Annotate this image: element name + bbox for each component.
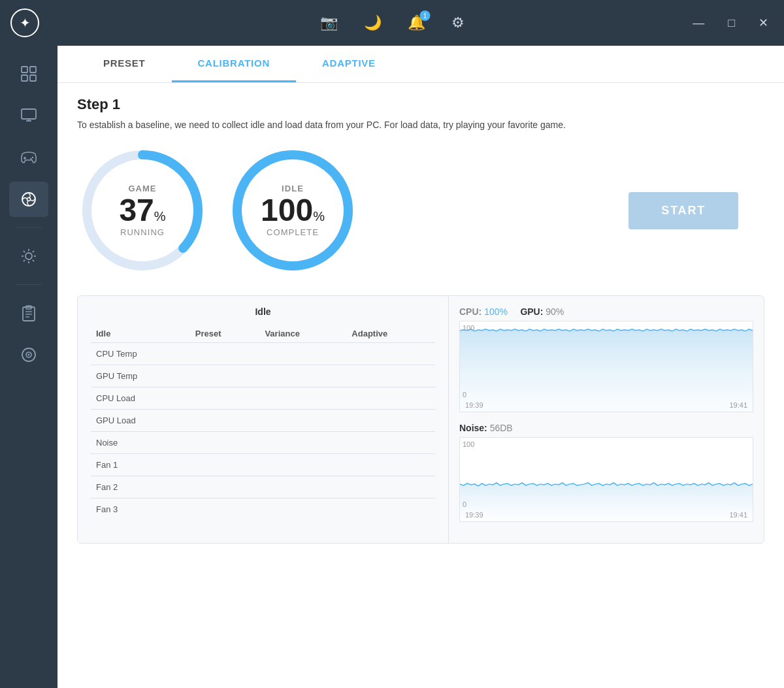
table-cell-empty <box>259 499 346 521</box>
sidebar-item-monitor[interactable] <box>9 98 48 133</box>
table-cell-empty <box>346 499 435 521</box>
game-status: RUNNING <box>119 227 165 237</box>
svg-line-19 <box>33 260 34 261</box>
table-row: Fan 2 <box>91 476 435 499</box>
table-row: Noise <box>91 432 435 454</box>
table-cell-empty <box>259 454 346 476</box>
main-content: PRESET CALIBRATION ADAPTIVE Step 1 To es… <box>57 46 784 688</box>
cpu-gpu-chart-title: CPU: 100% GPU: 90% <box>459 306 753 317</box>
svg-line-21 <box>24 260 25 261</box>
svg-point-10 <box>30 158 31 159</box>
col-preset: Preset <box>190 325 260 343</box>
sidebar-item-grid[interactable] <box>9 56 48 91</box>
step-description: To establish a baseline, we need to coll… <box>77 118 613 132</box>
table-header-row: Idle Preset Variance Adaptive <box>91 325 435 343</box>
svg-point-29 <box>28 354 30 356</box>
table-row: Fan 1 <box>91 454 435 476</box>
app-logo[interactable]: ✦ <box>10 8 39 37</box>
table-cell-empty <box>190 432 260 454</box>
tab-adaptive[interactable]: ADAPTIVE <box>296 46 402 82</box>
night-mode-icon[interactable]: 🌙 <box>364 14 382 31</box>
svg-point-12 <box>27 198 31 201</box>
idle-label: IDLE <box>261 184 325 193</box>
table-cell-label: GPU Load <box>91 410 190 432</box>
data-table: Idle Preset Variance Adaptive CPU TempGP… <box>91 325 435 520</box>
window-actions: — □ ✕ <box>687 13 774 33</box>
cpu-chart-y-top: 100 <box>463 324 474 332</box>
start-button[interactable]: START <box>629 192 738 229</box>
main-layout: PRESET CALIBRATION ADAPTIVE Step 1 To es… <box>0 46 784 688</box>
col-adaptive: Adaptive <box>346 325 435 343</box>
table-cell-empty <box>346 343 435 365</box>
cpu-chart-y-bottom: 0 <box>463 391 466 399</box>
table-cell-empty <box>259 410 346 432</box>
sidebar-item-clipboard[interactable] <box>9 295 48 331</box>
table-cell-label: GPU Temp <box>91 365 190 387</box>
step-title: Step 1 <box>77 96 764 113</box>
titlebar-center-icons: 📷 🌙 🔔 1 ⚙ <box>320 14 465 31</box>
table-cell-label: CPU Load <box>91 387 190 410</box>
table-cell-empty <box>190 476 260 499</box>
sidebar-item-gamepad[interactable] <box>9 140 48 175</box>
data-panel: Idle Idle Preset Variance Adaptive <box>77 295 764 544</box>
tab-preset[interactable]: PRESET <box>77 46 172 82</box>
noise-chart-title: Noise: 56DB <box>459 423 753 433</box>
table-cell-empty <box>259 365 346 387</box>
cpu-chart-x-start: 19:39 <box>465 401 483 409</box>
table-cell-empty <box>190 499 260 521</box>
sidebar <box>0 46 57 688</box>
cpu-chart-x-end: 19:41 <box>729 401 747 409</box>
cpu-gpu-chart: 100 <box>459 321 753 412</box>
maximize-button[interactable]: □ <box>723 14 740 33</box>
sidebar-item-brightness[interactable] <box>9 238 48 274</box>
logo-icon: ✦ <box>20 15 31 31</box>
noise-chart-x-end: 19:41 <box>729 511 747 519</box>
idle-status: COMPLETE <box>261 227 325 237</box>
notification-icon[interactable]: 🔔 1 <box>408 14 425 31</box>
sidebar-divider-2 <box>16 284 42 285</box>
titlebar: ✦ 📷 🌙 🔔 1 ⚙ — □ ✕ <box>0 0 784 46</box>
svg-point-13 <box>25 253 32 259</box>
table-idle-header: Idle <box>91 306 435 317</box>
table-row: CPU Temp <box>91 343 435 365</box>
game-value: 37% <box>119 195 165 226</box>
table-cell-label: Fan 3 <box>91 499 190 521</box>
idle-circle: IDLE 100% COMPLETE <box>227 145 358 276</box>
svg-rect-1 <box>30 67 36 73</box>
notification-badge: 1 <box>420 10 431 21</box>
table-cell-empty <box>259 387 346 410</box>
tab-calibration[interactable]: CALIBRATION <box>172 46 296 82</box>
table-cell-empty <box>346 476 435 499</box>
table-cell-empty <box>259 343 346 365</box>
table-cell-label: CPU Temp <box>91 343 190 365</box>
cpu-gpu-chart-block: CPU: 100% GPU: 90% 100 <box>459 306 753 412</box>
game-label: GAME <box>119 184 165 193</box>
table-cell-label: Fan 2 <box>91 476 190 499</box>
noise-chart-x-labels: 19:39 19:41 <box>460 511 753 519</box>
table-cell-empty <box>346 432 435 454</box>
table-cell-empty <box>190 343 260 365</box>
game-circle: GAME 37% RUNNING <box>77 145 208 276</box>
cpu-chart-x-labels: 19:39 19:41 <box>460 401 753 409</box>
noise-chart: 100 <box>459 437 753 522</box>
idle-value: 100% <box>261 195 325 226</box>
camera-icon[interactable]: 📷 <box>320 14 338 31</box>
table-cell-label: Noise <box>91 432 190 454</box>
idle-circle-content: IDLE 100% COMPLETE <box>261 184 325 237</box>
table-cell-empty <box>346 410 435 432</box>
content-scroll: Step 1 To establish a baseline, we need … <box>57 83 784 688</box>
table-cell-empty <box>259 476 346 499</box>
table-cell-empty <box>346 454 435 476</box>
sidebar-item-fan[interactable] <box>9 182 48 217</box>
sidebar-item-disc[interactable] <box>9 337 48 372</box>
cpu-load-link[interactable]: CPU: 100% <box>459 306 510 317</box>
minimize-button[interactable]: — <box>687 14 710 33</box>
svg-rect-2 <box>22 75 27 81</box>
settings-icon[interactable]: ⚙ <box>451 14 465 31</box>
svg-point-9 <box>32 157 33 158</box>
sidebar-divider <box>16 227 42 228</box>
table-cell-empty <box>346 387 435 410</box>
close-button[interactable]: ✕ <box>753 13 774 33</box>
game-circle-content: GAME 37% RUNNING <box>119 184 165 237</box>
noise-chart-y-bottom: 0 <box>463 500 466 508</box>
